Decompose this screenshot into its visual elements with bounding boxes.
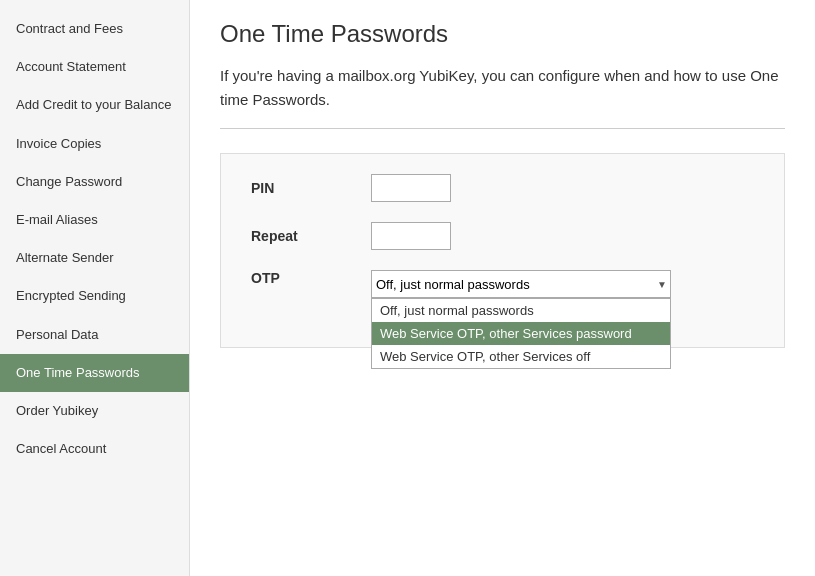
sidebar-item-invoice-copies[interactable]: Invoice Copies [0, 125, 189, 163]
dropdown-option[interactable]: Web Service OTP, other Services off [372, 345, 670, 368]
sidebar-item-cancel-account[interactable]: Cancel Account [0, 430, 189, 468]
form-section: PIN Repeat OTP Off, just normal password… [220, 153, 785, 348]
repeat-label: Repeat [251, 228, 371, 244]
otp-label: OTP [251, 270, 371, 286]
sidebar-item-alternate-sender[interactable]: Alternate Sender [0, 239, 189, 277]
sidebar-item-contract-and-fees[interactable]: Contract and Fees [0, 10, 189, 48]
sidebar-item-encrypted-sending[interactable]: Encrypted Sending [0, 277, 189, 315]
otp-select-wrapper: Off, just normal passwordsWeb Service OT… [371, 270, 671, 298]
otp-select[interactable]: Off, just normal passwordsWeb Service OT… [371, 270, 671, 298]
dropdown-option[interactable]: Web Service OTP, other Services password [372, 322, 670, 345]
sidebar-item-account-statement[interactable]: Account Statement [0, 48, 189, 86]
otp-row: OTP Off, just normal passwordsWeb Servic… [251, 270, 754, 298]
sidebar-item-email-aliases[interactable]: E-mail Aliases [0, 201, 189, 239]
app-layout: Contract and FeesAccount StatementAdd Cr… [0, 0, 815, 576]
sidebar-item-add-credit[interactable]: Add Credit to your Balance [0, 86, 189, 124]
otp-select-container: Off, just normal passwordsWeb Service OT… [371, 270, 671, 298]
repeat-input[interactable] [371, 222, 451, 250]
main-content: One Time Passwords If you're having a ma… [190, 0, 815, 576]
repeat-row: Repeat [251, 222, 754, 250]
sidebar-item-change-password[interactable]: Change Password [0, 163, 189, 201]
sidebar-item-order-yubikey[interactable]: Order Yubikey [0, 392, 189, 430]
pin-input[interactable] [371, 174, 451, 202]
pin-row: PIN [251, 174, 754, 202]
dropdown-option[interactable]: Off, just normal passwords [372, 299, 670, 322]
sidebar: Contract and FeesAccount StatementAdd Cr… [0, 0, 190, 576]
pin-label: PIN [251, 180, 371, 196]
page-title: One Time Passwords [220, 20, 785, 48]
sidebar-item-personal-data[interactable]: Personal Data [0, 316, 189, 354]
sidebar-item-one-time-passwords[interactable]: One Time Passwords [0, 354, 189, 392]
otp-dropdown: Off, just normal passwordsWeb Service OT… [371, 298, 671, 369]
page-description: If you're having a mailbox.org YubiKey, … [220, 64, 785, 129]
